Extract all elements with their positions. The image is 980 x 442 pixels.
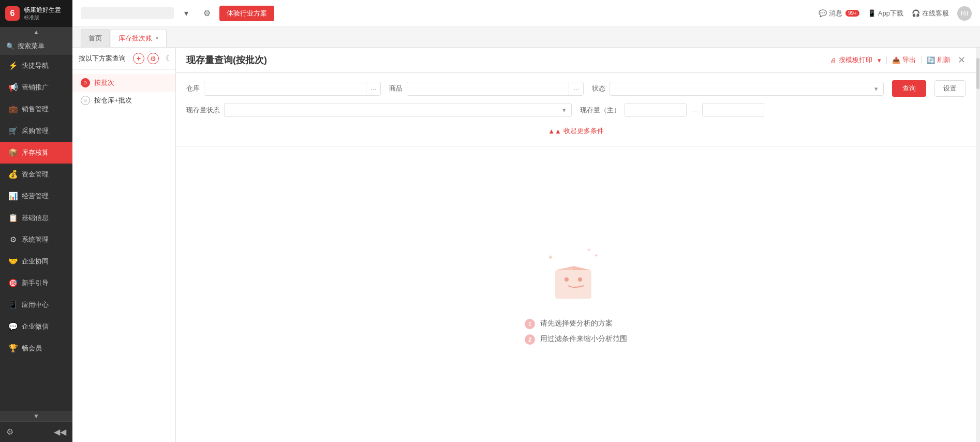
sidebar-item-quick-nav[interactable]: ⚡ 快捷导航 xyxy=(0,55,72,77)
sidebar-search[interactable]: 🔍 搜索菜单 xyxy=(0,37,72,55)
sidebar-scroll-up[interactable]: ▲ xyxy=(0,27,72,37)
refresh-icon: 🔄 xyxy=(927,56,935,64)
member-icon: 🏆 xyxy=(8,344,18,353)
message-icon: 💬 xyxy=(819,9,827,17)
warehouse-input[interactable] xyxy=(204,82,366,95)
collapse-panel-button[interactable]: 《 xyxy=(162,54,169,63)
left-panel-title: 按以下方案查询 xyxy=(79,54,126,63)
message-badge: 99+ xyxy=(845,10,859,17)
breadcrumb-input[interactable] xyxy=(81,7,174,19)
settings-button[interactable]: 设置 xyxy=(934,80,966,97)
refresh-button[interactable]: 🔄 刷新 xyxy=(927,55,951,65)
gear-icon[interactable]: ⚙ xyxy=(199,5,215,22)
sidebar-item-enterprise[interactable]: 🤝 企业协同 xyxy=(0,251,72,272)
filter-row-1: 仓库 ··· 商品 ··· 状态 xyxy=(186,80,966,97)
product-filter-group: 商品 ··· xyxy=(389,82,584,96)
stock-qty-dash: — xyxy=(691,106,698,114)
tab-home[interactable]: 首页 xyxy=(81,29,110,47)
experience-button[interactable]: 体验行业方案 xyxy=(219,6,274,21)
sidebar-header: 6 畅康通好生意 标准版 xyxy=(0,0,72,27)
scheme-list: ⊙ 按批次 ⊙ 按仓库+批次 xyxy=(72,70,175,113)
divider-1 xyxy=(886,56,887,64)
top-header: ▾ ⚙ 体验行业方案 💬 消息 99+ 📱 App下载 🎧 在线客服 Rit xyxy=(72,0,980,27)
close-page-button[interactable]: ✕ xyxy=(958,54,966,66)
app-title: 畅康通好生意 标准版 xyxy=(24,6,61,22)
print-dropdown-icon[interactable]: ▾ xyxy=(878,56,881,64)
sidebar: 6 畅康通好生意 标准版 ▲ 🔍 搜索菜单 ⚡ 快捷导航 📢 营销推广 💼 销售… xyxy=(0,0,72,442)
warehouse-input-wrapper: ··· xyxy=(204,82,381,96)
collapse-sidebar-icon[interactable]: ◀◀ xyxy=(54,427,66,437)
user-avatar: Rit xyxy=(957,6,972,21)
query-button[interactable]: 查询 xyxy=(892,80,926,97)
page-title: 现存量查询(按批次) xyxy=(186,54,267,66)
collapse-filter-button[interactable]: ▲▲ 收起更多条件 xyxy=(186,123,966,139)
list-item-by-warehouse-batch[interactable]: ⊙ 按仓库+批次 xyxy=(72,92,175,109)
scheme-settings-button[interactable]: ⚙ xyxy=(147,53,159,64)
svg-marker-2 xyxy=(573,266,591,270)
sidebar-item-marketing[interactable]: 📢 营销推广 xyxy=(0,77,72,98)
svg-point-4 xyxy=(578,277,582,282)
guide-icon: 🎯 xyxy=(8,278,18,288)
filter-area: 仓库 ··· 商品 ··· 状态 xyxy=(176,73,976,146)
user-profile[interactable]: Rit xyxy=(957,6,972,21)
sidebar-item-basic[interactable]: 📋 基础信息 xyxy=(0,207,72,229)
tab-close-icon[interactable]: × xyxy=(155,35,159,41)
download-icon: 📱 xyxy=(868,9,876,17)
sidebar-item-finance[interactable]: 💰 资金管理 xyxy=(0,164,72,185)
search-icon: 🔍 xyxy=(6,42,14,50)
batch-scheme-icon: ⊙ xyxy=(81,78,90,87)
product-input-wrapper: ··· xyxy=(407,82,584,96)
tab-inventory-batch[interactable]: 库存批次账 × xyxy=(111,29,167,47)
online-service-action[interactable]: 🎧 在线客服 xyxy=(912,9,949,18)
step-2-num: 2 xyxy=(525,334,535,345)
svg-marker-1 xyxy=(555,266,573,270)
status-filter-group: 状态 ▾ xyxy=(592,82,884,96)
app-download-action[interactable]: 📱 App下载 xyxy=(868,9,903,18)
stock-qty-from-input[interactable] xyxy=(625,103,687,117)
product-more-btn[interactable]: ··· xyxy=(569,82,583,95)
export-icon: 📤 xyxy=(892,56,900,64)
stock-qty-to-input[interactable] xyxy=(702,103,764,117)
svg-rect-0 xyxy=(555,270,591,299)
basic-icon: 📋 xyxy=(8,213,18,223)
wechat-icon: 💬 xyxy=(8,322,18,331)
sidebar-item-wechat[interactable]: 💬 企业微信 xyxy=(0,316,72,337)
status-dropdown-icon: ▾ xyxy=(874,85,878,93)
warehouse-filter-group: 仓库 ··· xyxy=(186,82,381,96)
sidebar-item-sales[interactable]: 💼 销售管理 xyxy=(0,98,72,120)
message-action[interactable]: 💬 消息 99+ xyxy=(819,9,859,18)
marketing-icon: 📢 xyxy=(8,83,18,92)
product-input[interactable] xyxy=(407,82,569,95)
stock-status-select[interactable]: ▾ xyxy=(224,103,572,117)
status-select[interactable]: ▾ xyxy=(610,82,884,96)
sidebar-item-inventory[interactable]: 📦 库存核算 xyxy=(0,142,72,164)
stock-qty-label: 现存量（主） xyxy=(580,106,620,115)
print-button[interactable]: 🖨 按模板打印 xyxy=(830,55,872,65)
empty-steps: 1 请先选择要分析的方案 2 用过滤条件来缩小分析范围 xyxy=(525,319,627,345)
service-icon: 🎧 xyxy=(912,9,920,17)
page-actions: 🖨 按模板打印 ▾ 📤 导出 🔄 刷新 ✕ xyxy=(830,54,966,66)
inventory-icon: 📦 xyxy=(8,148,18,157)
stock-status-dropdown-icon: ▾ xyxy=(562,106,566,114)
sidebar-scroll-down[interactable]: ▼ xyxy=(0,411,72,421)
list-item-by-batch[interactable]: ⊙ 按批次 xyxy=(72,74,175,92)
right-scrollbar[interactable] xyxy=(976,48,980,442)
sidebar-item-apps[interactable]: 📱 应用中心 xyxy=(0,294,72,316)
left-panel-header: 按以下方案查询 + ⚙ 《 xyxy=(72,48,175,70)
app-logo: 6 xyxy=(5,6,20,21)
sidebar-item-member[interactable]: 🏆 畅会员 xyxy=(0,337,72,359)
warehouse-more-btn[interactable]: ··· xyxy=(366,82,380,95)
dropdown-icon[interactable]: ▾ xyxy=(178,5,195,22)
add-scheme-button[interactable]: + xyxy=(133,53,144,64)
sidebar-bottom: ⚙ ◀◀ xyxy=(0,421,72,442)
header-left: ▾ ⚙ 体验行业方案 xyxy=(81,5,274,22)
sidebar-item-system[interactable]: ⚙ 系统管理 xyxy=(0,229,72,251)
sidebar-item-operation[interactable]: 📊 经营管理 xyxy=(0,185,72,207)
sidebar-item-purchase[interactable]: 🛒 采购管理 xyxy=(0,120,72,142)
svg-point-3 xyxy=(565,277,569,282)
system-icon: ⚙ xyxy=(8,235,18,244)
settings-icon[interactable]: ⚙ xyxy=(6,427,13,437)
export-button[interactable]: 📤 导出 xyxy=(892,55,916,65)
stock-qty-filter-group: 现存量（主） — xyxy=(580,103,966,117)
sidebar-item-guide[interactable]: 🎯 新手引导 xyxy=(0,272,72,294)
